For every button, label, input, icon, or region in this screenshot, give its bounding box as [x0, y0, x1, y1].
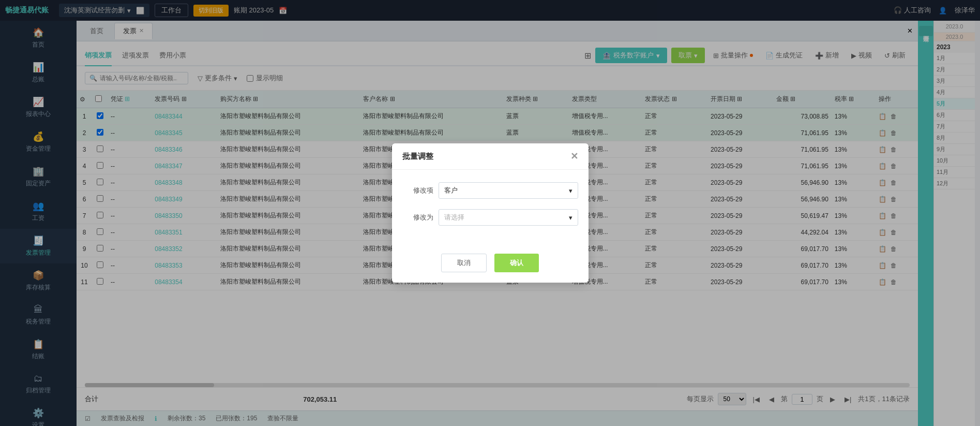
chevron-down-icon: ▾	[569, 214, 572, 222]
field-select[interactable]: 客户 ▾	[439, 182, 578, 199]
field-value: 客户	[444, 186, 458, 195]
modal-title: 批量调整	[402, 152, 433, 161]
field-label: 修改项	[402, 186, 433, 195]
value-select[interactable]: 请选择 ▾	[439, 209, 578, 226]
modal-header: 批量调整 ✕	[392, 143, 589, 170]
value-placeholder: 请选择	[444, 213, 464, 222]
field-row: 修改项 客户 ▾	[402, 182, 578, 199]
modal-body: 修改项 客户 ▾ 修改为 请选择 ▾	[392, 170, 589, 248]
modal-close-btn[interactable]: ✕	[570, 151, 578, 162]
value-row: 修改为 请选择 ▾	[402, 209, 578, 226]
cancel-button[interactable]: 取消	[441, 254, 487, 272]
confirm-button[interactable]: 确认	[494, 254, 539, 272]
value-label: 修改为	[402, 213, 433, 222]
modal-footer: 取消 确认	[392, 248, 589, 283]
chevron-down-icon: ▾	[569, 187, 572, 195]
modal-overlay[interactable]: 批量调整 ✕ 修改项 客户 ▾ 修改为 请选择 ▾ 取消 确认	[0, 0, 980, 426]
batch-adjust-modal: 批量调整 ✕ 修改项 客户 ▾ 修改为 请选择 ▾ 取消 确认	[392, 143, 589, 283]
